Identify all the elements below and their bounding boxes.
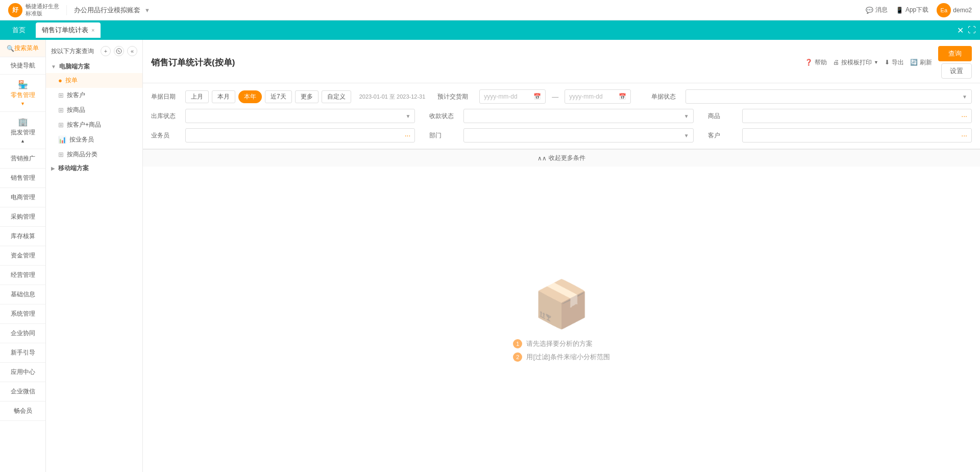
sidebar-item-wechat[interactable]: 企业微信 — [0, 382, 45, 402]
scheme-group-mobile-header[interactable]: ▶ 移动端方案 — [46, 162, 142, 175]
print-icon: 🖨 — [833, 59, 839, 66]
sidebar-item-enterprise[interactable]: 企业协同 — [0, 324, 45, 343]
collapse-row[interactable]: ∧∧ 收起更多条件 — [143, 149, 980, 167]
date-label: 单据日期 — [151, 92, 179, 101]
sidebar-item-sales[interactable]: 销售管理 — [0, 169, 45, 188]
user-area[interactable]: Ea demo2 — [937, 3, 972, 17]
doc-status-arrow: ▼ — [962, 94, 967, 100]
tab-active[interactable]: 销售订单统计表 × — [36, 22, 101, 38]
print-btn[interactable]: 🖨 按模板打印 ▼ — [833, 58, 878, 67]
left-panel-header: 按以下方案查询 + ✎ « — [46, 44, 142, 60]
customer-select[interactable]: ··· — [742, 128, 972, 143]
wholesale-icon: 🏢 — [18, 117, 28, 127]
ship-status-select[interactable]: ▼ — [185, 109, 415, 123]
action-buttons: 查询 设置 — [938, 46, 972, 79]
tab-close-window-btn[interactable]: ✕ — [957, 26, 964, 35]
sidebar-item-ecommerce[interactable]: 电商管理 — [0, 188, 45, 207]
collapse-panel-btn[interactable]: « — [127, 46, 137, 56]
filter-row-3: 业务员 ··· 部门 ▼ 客户 ··· — [151, 128, 972, 143]
this-year-btn[interactable]: 本年 — [238, 90, 262, 103]
query-btn[interactable]: 查询 — [938, 46, 972, 61]
by-order-icon: ● — [58, 77, 62, 84]
logo-icon: 好 — [8, 3, 22, 17]
calendar-icon2: 📅 — [619, 93, 626, 100]
scheme-item-by-order[interactable]: ● 按单 — [46, 73, 142, 88]
sidebar-item-marketing[interactable]: 营销推广 — [0, 149, 45, 169]
calendar-icon: 📅 — [533, 93, 541, 100]
custom-date-btn[interactable]: 自定义 — [322, 90, 351, 103]
tab-home[interactable]: 首页 — [4, 22, 34, 38]
dept-arrow: ▼ — [684, 133, 689, 138]
message-action[interactable]: 💬 消息 — [866, 6, 888, 14]
payment-status-select[interactable]: ▼ — [463, 109, 693, 123]
salesperson-select[interactable]: ··· — [185, 128, 415, 143]
scheme-item-by-goods[interactable]: ⊞ 按商品 — [46, 103, 142, 117]
this-month-btn[interactable]: 本月 — [212, 90, 235, 103]
dept-select[interactable]: ▼ — [463, 128, 693, 143]
sidebar-item-newbie[interactable]: 新手引导 — [0, 343, 45, 363]
scheme-group-mobile-title: 移动端方案 — [58, 164, 89, 173]
scheme-item-by-customer[interactable]: ⊞ 按客户 — [46, 88, 142, 103]
by-salesperson-icon: 📊 — [58, 136, 66, 144]
last-month-btn[interactable]: 上月 — [185, 90, 209, 103]
help-icon: ❓ — [805, 59, 813, 66]
expected-date-end[interactable]: yyyy-mm-dd 📅 — [565, 89, 631, 104]
left-panel-title: 按以下方案查询 — [51, 47, 94, 56]
sidebar-item-finance[interactable]: 资金管理 — [0, 246, 45, 266]
goods-dots[interactable]: ··· — [961, 112, 967, 120]
scheme-group-mobile: ▶ 移动端方案 — [46, 162, 142, 175]
tab-close-btn[interactable]: × — [91, 27, 94, 33]
edit-scheme-btn[interactable]: ✎ — [114, 46, 124, 56]
sidebar-item-appstore[interactable]: 应用中心 — [0, 363, 45, 382]
settings-btn[interactable]: 设置 — [941, 63, 972, 79]
left-panel: 按以下方案查询 + ✎ « ▼ 电脑端方案 ● 按单 — [46, 40, 143, 472]
sidebar-item-stock[interactable]: 库存核算 — [0, 227, 45, 246]
ship-status-label: 出库状态 — [151, 112, 179, 121]
refresh-icon: 🔄 — [910, 59, 918, 66]
scheme-item-by-salesperson[interactable]: 📊 按业务员 — [46, 132, 142, 147]
tab-fullscreen-btn[interactable]: ⛶ — [968, 26, 976, 35]
sidebar-item-purchase[interactable]: 采购管理 — [0, 207, 45, 227]
sidebar-item-retail[interactable]: 🏪 零售管理 ▼ — [0, 75, 45, 112]
goods-select[interactable]: ··· — [742, 109, 972, 123]
filter-row-2: 出库状态 ▼ 收款状态 ▼ 商品 ··· — [151, 109, 972, 123]
sidebar-item-member[interactable]: 畅会员 — [0, 402, 45, 421]
main-layout: 🔍 搜索菜单 快捷导航 🏪 零售管理 ▼ 🏢 批发管理 ▲ 营销推广 销售管理 … — [0, 40, 980, 472]
by-goods-icon: ⊞ — [58, 106, 64, 114]
sidebar-item-basic[interactable]: 基础信息 — [0, 285, 45, 304]
more-date-btn[interactable]: 更多 — [295, 90, 318, 103]
scheme-group-pc-header[interactable]: ▼ 电脑端方案 — [46, 60, 142, 73]
sidebar-item-operation[interactable]: 经营管理 — [0, 266, 45, 285]
print-arrow: ▼ — [874, 60, 878, 65]
date-options: 上月 本月 本年 近7天 更多 自定义 — [185, 90, 351, 103]
help-btn[interactable]: ❓ 帮助 — [805, 58, 827, 67]
expected-date-start[interactable]: yyyy-mm-dd 📅 — [479, 89, 546, 104]
quick-nav[interactable]: 快捷导航 — [0, 57, 45, 75]
by-category-icon: ⊞ — [58, 151, 64, 158]
goods-label: 商品 — [708, 112, 736, 121]
last7-btn[interactable]: 近7天 — [265, 90, 292, 103]
scheme-item-by-category[interactable]: ⊞ 按商品分类 — [46, 147, 142, 162]
sidebar: 🔍 搜索菜单 快捷导航 🏪 零售管理 ▼ 🏢 批发管理 ▲ 营销推广 销售管理 … — [0, 40, 46, 472]
doc-status-select[interactable]: ▼ — [685, 89, 972, 104]
scheme-item-by-cust-goods[interactable]: ⊞ 按客户+商品 — [46, 117, 142, 132]
sidebar-item-system[interactable]: 系统管理 — [0, 304, 45, 324]
export-icon: ⬇ — [885, 59, 890, 66]
empty-tip-1: 1 请先选择要分析的方案 — [513, 339, 609, 348]
tab-bar-right: ✕ ⛶ — [957, 26, 976, 35]
by-cust-goods-icon: ⊞ — [58, 121, 64, 129]
export-btn[interactable]: ⬇ 导出 — [885, 58, 904, 67]
search-menu[interactable]: 🔍 搜索菜单 — [0, 40, 45, 57]
date-range: 2023-01-01 至 2023-12-31 — [359, 93, 426, 101]
app-download-action[interactable]: 📱 App下载 — [896, 6, 928, 14]
top-title-arrow[interactable]: ▼ — [144, 7, 150, 13]
salesperson-dots[interactable]: ··· — [405, 131, 411, 139]
collapse-icon: ∧∧ — [537, 155, 547, 162]
sidebar-item-wholesale[interactable]: 🏢 批发管理 ▲ — [0, 112, 45, 149]
customer-dots[interactable]: ··· — [961, 131, 967, 139]
add-scheme-btn[interactable]: + — [101, 46, 111, 56]
top-bar: 好 畅捷通好生意 标准版 办公用品行业模拟账套 ▼ 💬 消息 📱 App下载 E… — [0, 0, 980, 20]
refresh-btn[interactable]: 🔄 刷新 — [910, 58, 932, 67]
logo-text: 畅捷通好生意 标准版 — [26, 3, 59, 16]
empty-state: 📦 1 请先选择要分析的方案 2 用[过滤]条件来缩小分析范围 — [143, 167, 980, 472]
